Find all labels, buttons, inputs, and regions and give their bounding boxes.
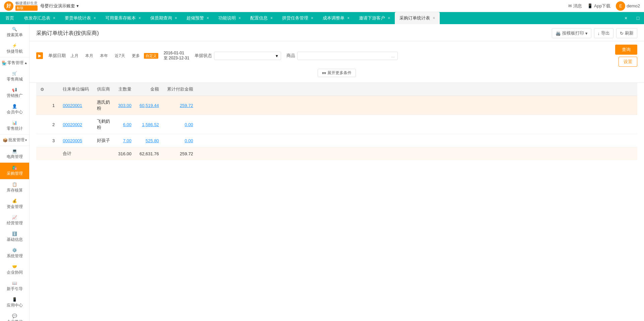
row-qty[interactable]: 303.00 <box>114 96 136 115</box>
tab-shoufa-label: 收发存汇总表 <box>24 15 50 21</box>
row-code[interactable]: 00020005 <box>59 134 93 147</box>
tab-pinhuo[interactable]: 拼货任务管理 × <box>277 12 318 24</box>
sidebar-item-ecommerce[interactable]: 💻 电商管理 <box>0 146 29 162</box>
goods-input-dots: ... <box>391 53 395 58</box>
sidebar-item-newguide[interactable]: 📖 新手引导 <box>0 278 29 295</box>
col-paid[interactable]: 累计付款金额 <box>163 83 197 96</box>
tab-caigou-close[interactable]: × <box>433 16 435 20</box>
row-amount[interactable]: 60,519.44 <box>136 96 163 115</box>
filter-area: ▶ 单据日期 上月 本月 本年 近7天 更多 自定义 2016-01-01 <box>30 41 644 83</box>
message-button[interactable]: ✉ 消息 <box>568 3 582 9</box>
col-code[interactable]: 往来单位编码 <box>59 83 93 96</box>
goods-input[interactable]: ... <box>297 52 398 60</box>
workspace-dropdown-icon: ▾ <box>76 3 79 8</box>
tab-keyong[interactable]: 可用量库存账本 × <box>101 12 146 24</box>
tab-shoufa-close[interactable]: × <box>53 16 55 20</box>
table-row: 3 00020005 好孩子 7.00 525.80 0.00 <box>36 134 637 147</box>
tab-peizhi-close[interactable]: × <box>270 16 273 20</box>
row-settings[interactable] <box>36 115 48 134</box>
tab-peizhi[interactable]: 配置信息 × <box>246 12 277 24</box>
sidebar-item-weixin[interactable]: 💬 企业微信 <box>0 311 29 321</box>
row-extra <box>197 134 637 147</box>
tab-yaohuo-close[interactable]: × <box>94 16 96 20</box>
tab-baozhi-close[interactable]: × <box>175 16 177 20</box>
sidebar-item-member[interactable]: 👤 会员中心 <box>0 101 29 118</box>
row-paid[interactable]: 0.00 <box>163 115 197 134</box>
row-code[interactable]: 00020002 <box>59 115 93 134</box>
col-supplier[interactable]: 供应商 <box>93 83 114 96</box>
row-settings[interactable] <box>36 134 48 147</box>
sidebar-item-search[interactable]: 🔍 搜索英单 <box>0 24 29 41</box>
sidebar-item-marketing[interactable]: 📢 营销推广 <box>0 85 29 101</box>
tab-chaochun[interactable]: 超储预警 × <box>182 12 214 24</box>
sidebar-item-retail-stats[interactable]: 📊 零售统计 <box>0 118 29 134</box>
sidebar-item-inventory[interactable]: 📋 库存核算 <box>0 179 29 196</box>
tab-gongneng[interactable]: 功能说明 × <box>214 12 246 24</box>
filter-toggle-button[interactable]: ▶ <box>36 52 43 59</box>
tab-yaoqing[interactable]: 邀请下游客户 × <box>354 12 395 24</box>
row-settings[interactable] <box>36 96 48 115</box>
sidebar-item-purchase[interactable]: 🛍️ 采购管理 <box>0 163 29 179</box>
batch-arrow-icon: ▾ <box>25 138 27 142</box>
tab-keyong-close[interactable]: × <box>139 16 141 20</box>
row-amount[interactable]: 525.80 <box>136 134 163 147</box>
sidebar-item-enterprise[interactable]: 🤝 企业协同 <box>0 262 29 278</box>
sidebar-item-appcenter[interactable]: 📱 应用中心 <box>0 295 29 311</box>
date-tab-this-year[interactable]: 本年 <box>97 52 111 59</box>
sidebar-item-system[interactable]: ⚙️ 系统管理 <box>0 245 29 262</box>
tab-chaochun-close[interactable]: × <box>207 16 209 20</box>
tab-yaoqing-label: 邀请下游客户 <box>359 15 385 21</box>
tab-yaohuo[interactable]: 要货单统计表 × <box>60 12 101 24</box>
status-select[interactable]: ▾ <box>214 52 281 60</box>
tab-pinhuo-label: 拼货任务管理 <box>282 15 308 21</box>
sidebar-item-batch[interactable]: 📦 批发管理 ▾ <box>0 135 29 146</box>
sidebar-item-retail-shop[interactable]: 🛒 零售商城 <box>0 68 29 85</box>
app-download-button[interactable]: 📱 App下载 <box>587 3 610 9</box>
workspace-selector[interactable]: 母婴行业演示账套 ▾ <box>40 3 79 9</box>
date-tab-last-month[interactable]: 上月 <box>68 52 81 59</box>
tab-chengben-close[interactable]: × <box>347 16 350 20</box>
tab-chengben[interactable]: 成本调整单 × <box>318 12 354 24</box>
date-tab-this-month[interactable]: 本月 <box>83 52 96 59</box>
row-qty[interactable]: 7.00 <box>114 134 136 147</box>
purchase-icon: 🛍️ <box>12 165 17 170</box>
row-amount[interactable]: 1,586.52 <box>136 115 163 134</box>
tab-gongneng-close[interactable]: × <box>238 16 241 20</box>
row-qty[interactable]: 6.00 <box>114 115 136 134</box>
custom-date-badge[interactable]: 自定义 <box>144 53 158 59</box>
marketing-icon: 📢 <box>12 88 17 92</box>
template-print-button[interactable]: 🖨️ 按模板打印 ▾ <box>552 28 591 38</box>
username-label: demo2 <box>627 3 640 8</box>
tab-yaoqing-close[interactable]: × <box>388 16 390 20</box>
tab-caigou[interactable]: 采购订单统计表 × <box>395 12 440 24</box>
row-code[interactable]: 00020001 <box>59 96 93 115</box>
date-tab-more[interactable]: 更多 <box>129 52 143 59</box>
sidebar-item-quicknav[interactable]: ⚡ 快捷导航 <box>0 41 29 57</box>
expand-more-button[interactable]: ▾▾ 展开更多条件 <box>318 69 356 77</box>
sidebar-item-finance[interactable]: 💰 资金管理 <box>0 196 29 212</box>
refresh-button[interactable]: ↻ 刷新 <box>616 28 637 38</box>
col-qty[interactable]: 主数量 <box>114 83 136 96</box>
col-extra <box>197 83 637 96</box>
row-paid[interactable]: 259.72 <box>163 96 197 115</box>
tab-baozhi[interactable]: 保质期查询 × <box>146 12 182 24</box>
settings-button[interactable]: 设置 <box>619 57 637 67</box>
sidebar-item-basic[interactable]: ℹ️ 基础信息 <box>0 229 29 245</box>
tab-home[interactable]: 首页 <box>0 12 19 24</box>
sidebar-item-retail[interactable]: 🏪 零售管理 ▲ <box>0 57 29 68</box>
user-area[interactable]: E demo2 <box>616 1 640 11</box>
date-tab-7days[interactable]: 近7天 <box>112 52 128 59</box>
export-button[interactable]: ↓ 导出 <box>594 28 614 38</box>
nav-maximize[interactable]: □ <box>632 12 644 24</box>
row-paid[interactable]: 0.00 <box>163 134 197 147</box>
col-settings[interactable]: ⚙ <box>36 83 48 96</box>
nav-close-all[interactable]: × <box>620 12 632 24</box>
col-amount[interactable]: 金额 <box>136 83 163 96</box>
tab-shoufa[interactable]: 收发存汇总表 × <box>19 12 60 24</box>
query-button[interactable]: 查询 <box>615 45 637 55</box>
tab-pinhuo-close[interactable]: × <box>311 16 313 20</box>
retail-stats-icon: 📊 <box>12 120 17 125</box>
weixin-icon: 💬 <box>12 314 17 318</box>
sidebar-item-operations[interactable]: 📈 经营管理 <box>0 212 29 229</box>
row-index: 3 <box>48 134 59 147</box>
